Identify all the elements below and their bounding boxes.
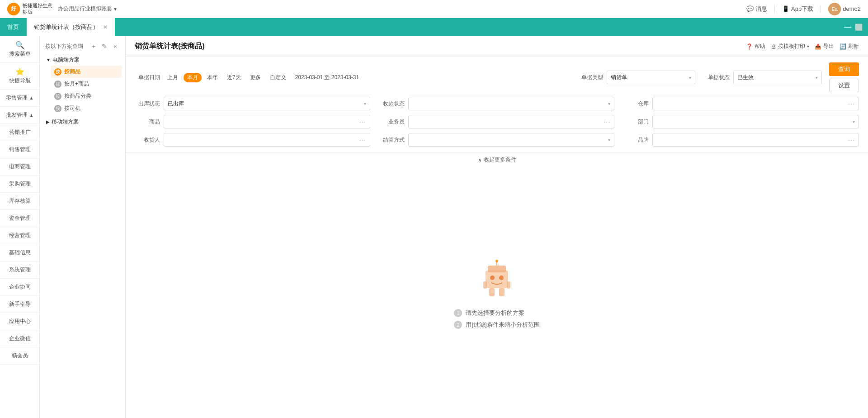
dept-label: 部门	[623, 118, 649, 126]
brand-label: 品牌	[623, 136, 649, 144]
help-button[interactable]: ❓ 帮助	[746, 43, 765, 50]
out-status-label: 出库状态	[135, 100, 160, 108]
export-button[interactable]: 📤 导出	[815, 43, 834, 50]
scheme-child-by-product[interactable]: 按 按商品	[51, 66, 122, 78]
date-filter-row: 上月 本月 本年 近7天 更多 自定义 2023-03-01 至 2023-03…	[164, 73, 569, 82]
out-status-control[interactable]: 已出库 ▾	[164, 97, 370, 110]
message-button[interactable]: 💬 消息	[746, 5, 767, 13]
filter-payment: 结算方式 ▾	[379, 133, 615, 147]
divider2	[821, 5, 821, 13]
query-buttons: 查询 设置	[822, 62, 859, 92]
print-icon: 🖨	[771, 43, 776, 50]
chevron-down-icon[interactable]: ▾	[114, 6, 117, 12]
brand-control[interactable]: ···	[652, 133, 859, 147]
ellipsis-icon5: ···	[848, 136, 855, 143]
sidebar-item-marketing[interactable]: 营销推广	[0, 124, 39, 141]
user-menu[interactable]: Ea demo2	[828, 3, 861, 15]
product-control[interactable]: ···	[164, 115, 370, 128]
ellipsis-icon3: ···	[604, 118, 611, 125]
sidebar-item-newbie[interactable]: 新手引导	[0, 296, 39, 313]
sidebar-item-apps[interactable]: 应用中心	[0, 313, 39, 330]
logo-area: 好 畅捷通好生意 标版	[7, 3, 52, 15]
payment-label: 结算方式	[379, 136, 405, 144]
print-button[interactable]: 🖨 按模板打印 ▾	[771, 43, 809, 50]
sidebar-item-finance[interactable]: 资金管理	[0, 210, 39, 227]
filter-out-status: 出库状态 已出库 ▾	[135, 97, 370, 110]
svg-rect-6	[489, 288, 495, 296]
scheme-icon-by-month: 按	[54, 81, 61, 88]
sidebar-item-purchase[interactable]: 采购管理	[0, 176, 39, 193]
export-icon: 📤	[815, 43, 821, 50]
maximize-icon[interactable]: ⬜	[855, 24, 863, 31]
scheme-child-by-store[interactable]: 按 按司机	[51, 102, 122, 114]
sidebar-item-corp[interactable]: 企业协同	[0, 279, 39, 296]
filter-warehouse: 仓库 ···	[623, 97, 859, 110]
date-custom-btn[interactable]: 自定义	[266, 73, 290, 82]
doc-status-control[interactable]: 已生效 ▾	[733, 71, 822, 84]
chevron-down-icon8: ▾	[853, 119, 855, 124]
receiver-control[interactable]: ···	[164, 133, 370, 147]
sidebar-item-wechat[interactable]: 企业微信	[0, 330, 39, 347]
dept-control[interactable]: ▾	[652, 115, 859, 128]
sidebar-item-wholesale[interactable]: 批发管理 ▲	[0, 107, 39, 124]
scheme-group-pc-header[interactable]: ▼ 电脑端方案	[43, 54, 122, 66]
scheme-child-by-category[interactable]: 按 按商品分类	[51, 90, 122, 102]
app-download-button[interactable]: 📱 App下载	[782, 5, 813, 13]
empty-state: 1 请先选择要分析的方案 2 用[过滤]条件来缩小分析范围	[126, 167, 868, 418]
page-header: 销货单统计表(按商品) ❓ 帮助 🖨 按模板打印 ▾ 📤	[126, 36, 868, 57]
scheme-children-pc: 按 按商品 按 按月+商品 按 按商品分类 按	[43, 66, 122, 114]
product-label: 商品	[135, 118, 160, 126]
add-scheme-button[interactable]: +	[89, 42, 98, 51]
sidebar-item-stock[interactable]: 库存核算	[0, 193, 39, 210]
doc-status-label: 单据状态	[704, 74, 730, 81]
date-last-month-btn[interactable]: 上月	[164, 73, 182, 82]
date-this-year-btn[interactable]: 本年	[203, 73, 222, 82]
tab-sales-stat[interactable]: 销货单统计表（按商品） ✕	[27, 18, 115, 36]
avatar: Ea	[828, 3, 841, 15]
sidebar-item-system[interactable]: 系统管理	[0, 261, 39, 279]
scheme-child-by-month-product[interactable]: 按 按月+商品	[51, 78, 122, 90]
staff-control[interactable]: ···	[408, 115, 615, 128]
sidebar-item-member[interactable]: 畅会员	[0, 347, 39, 365]
main-layout: 🔍 搜索菜单 ⭐ 快捷导航 零售管理 ▲ 批发管理 ▲ 营销推广 销售管理 电商…	[0, 36, 868, 418]
expand-icon2: ▲	[29, 113, 34, 118]
sidebar-item-search[interactable]: 🔍 搜索菜单	[0, 36, 39, 63]
collapse-bar[interactable]: ∧ 收起更多条件	[126, 152, 868, 167]
query-button[interactable]: 查询	[829, 62, 859, 76]
tip-num-1: 1	[454, 309, 462, 317]
refresh-button[interactable]: 🔄 刷新	[840, 43, 859, 50]
doc-type-label: 单据类型	[578, 74, 603, 81]
sidebar-item-retail[interactable]: 零售管理 ▲	[0, 90, 39, 107]
sidebar-item-base[interactable]: 基础信息	[0, 244, 39, 261]
date-this-month-btn[interactable]: 本月	[184, 73, 202, 82]
payment-control[interactable]: ▾	[408, 133, 615, 147]
tab-close-icon[interactable]: ✕	[103, 24, 108, 30]
topbar-left: 好 畅捷通好生意 标版 办公用品行业模拟账套 ▾	[7, 3, 117, 15]
main-content: 销货单统计表(按商品) ❓ 帮助 🖨 按模板打印 ▾ 📤	[126, 36, 868, 418]
content-area: 按以下方案查询 + ✎ « ▼ 电脑端方案 按 按商品	[40, 36, 868, 418]
svg-point-2	[490, 276, 495, 280]
edit-scheme-button[interactable]: ✎	[100, 42, 109, 51]
sidebar-item-sales[interactable]: 销售管理	[0, 141, 39, 158]
date-7days-btn[interactable]: 近7天	[223, 73, 245, 82]
collapse-scheme-button[interactable]: «	[111, 42, 120, 51]
minimize-icon[interactable]: —	[844, 23, 851, 31]
tab-home[interactable]: 首页	[0, 18, 27, 36]
settings-button[interactable]: 设置	[829, 79, 859, 92]
doc-type-control[interactable]: 销货单 ▾	[607, 71, 695, 84]
sidebar-item-ecom[interactable]: 电商管理	[0, 158, 39, 176]
sidebar-item-ops[interactable]: 经营管理	[0, 227, 39, 244]
logo-icon: 好	[7, 3, 20, 15]
filter-dept: 部门 ▾	[623, 115, 859, 128]
recv-status-control[interactable]: ▾	[408, 97, 615, 110]
scheme-group-mobile-header[interactable]: ▶ 移动端方案	[43, 116, 122, 128]
logo-text: 畅捷通好生意 标版	[23, 3, 52, 14]
recv-status-label: 收款状态	[379, 100, 405, 108]
filter-row-2: 出库状态 已出库 ▾ 收款状态 ▾ 仓库	[135, 97, 859, 110]
date-more-btn[interactable]: 更多	[246, 73, 264, 82]
scheme-actions: + ✎ «	[89, 42, 120, 51]
sidebar-item-quick[interactable]: ⭐ 快捷导航	[0, 63, 39, 90]
date-range: 2023-03-01 至 2023-03-31	[295, 74, 359, 81]
warehouse-control[interactable]: ···	[652, 97, 859, 110]
chevron-down-icon3: ▼	[46, 57, 51, 62]
